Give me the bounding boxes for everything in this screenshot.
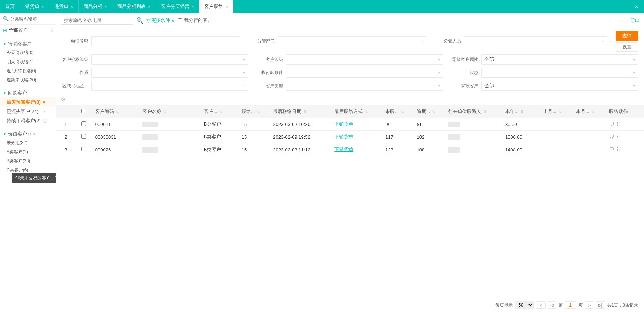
col-header-not-contact[interactable]: 未联... ⇅ bbox=[382, 105, 414, 118]
sidebar-group-repurchase[interactable]: ▼ 回购客户 bbox=[0, 88, 56, 97]
row-3-checkbox[interactable] bbox=[75, 143, 92, 156]
row-3-check[interactable] bbox=[81, 147, 86, 151]
col-contact-label: 联络... bbox=[242, 109, 255, 114]
row-1-message-icon[interactable]: 🗨 bbox=[609, 121, 614, 127]
col-header-type[interactable]: 客户... ⇅ bbox=[201, 105, 239, 118]
row-2-checkbox[interactable] bbox=[75, 131, 92, 143]
sidebar-item-class-b[interactable]: B类客户(33) bbox=[0, 157, 56, 166]
query-button[interactable]: 查询 bbox=[616, 31, 638, 41]
sidebar-item-churn-warning[interactable]: 流失预警客户(3) ● bbox=[0, 97, 56, 107]
tab-customer-contact-close[interactable]: × bbox=[225, 4, 228, 9]
sidebar-search-input[interactable] bbox=[10, 16, 53, 21]
tab-bar-close[interactable]: × bbox=[629, 3, 644, 10]
more-conditions-button[interactable]: ▽ 更多条件 ∧ bbox=[146, 17, 175, 24]
tab-customer-contact[interactable]: 客户联络 × bbox=[199, 0, 233, 13]
table-container[interactable]: 客户编码 ⇅ 客户名称 ⇅ 客户... ⇅ 联络... bbox=[56, 105, 644, 298]
tab-purchase-close[interactable]: × bbox=[71, 4, 73, 9]
col-header-contact[interactable]: 联络... ⇅ bbox=[239, 105, 270, 118]
tab-product-list[interactable]: 商品分析列表 × bbox=[112, 0, 156, 13]
dept-select[interactable]: ▾ bbox=[278, 36, 426, 46]
row-1-check[interactable] bbox=[81, 121, 86, 126]
info-icon-value[interactable]: ↺ bbox=[28, 132, 31, 137]
zero-retail-select[interactable]: 全部 ▾ bbox=[481, 81, 638, 91]
first-page-btn[interactable]: |◁ bbox=[536, 301, 545, 309]
col-header-code[interactable]: 客户编码 ⇅ bbox=[92, 105, 140, 118]
per-page-select[interactable]: 50 100 200 bbox=[515, 301, 534, 309]
col-header-name[interactable]: 客户名称 ⇅ bbox=[140, 105, 201, 118]
page-input[interactable] bbox=[565, 301, 576, 309]
export-button[interactable]: ↑ 导出 bbox=[627, 17, 640, 24]
nature-select[interactable]: ▾ bbox=[91, 68, 248, 78]
prev-page-btn[interactable]: ◁ bbox=[548, 301, 556, 309]
zero-retail-attr-value: 全部 bbox=[484, 56, 494, 63]
customer-type-select[interactable]: ▾ bbox=[286, 81, 443, 91]
payment-select[interactable]: ▾ bbox=[286, 68, 443, 78]
sidebar-item-today[interactable]: 今天待联络(0) bbox=[0, 48, 56, 57]
col-header-overdue[interactable]: 逾期... ⇅ bbox=[414, 105, 445, 118]
col-header-this-month[interactable]: 本月... ⇅ bbox=[573, 105, 606, 118]
sidebar-all-customers[interactable]: ⊞ 全部客户 《 bbox=[0, 25, 56, 36]
row-2-message-icon[interactable]: 🗨 bbox=[609, 134, 614, 140]
phone-input[interactable] bbox=[91, 36, 240, 46]
col-header-unit-contact[interactable]: 往来单位联系人 ⇅ bbox=[445, 105, 502, 118]
row-1-last-method[interactable]: 下销货单 bbox=[331, 118, 382, 131]
row-3-message-icon[interactable]: 🗨 bbox=[609, 147, 614, 153]
more-conditions-label: 更多条件 bbox=[151, 17, 170, 24]
row-3-last-method[interactable]: 下销货单 bbox=[331, 143, 382, 156]
tab-sales[interactable]: 销货单 × bbox=[20, 0, 49, 13]
manager-select[interactable]: ▾ bbox=[464, 36, 607, 46]
row-2-contact: 15 bbox=[239, 131, 270, 143]
row-2-last-method[interactable]: 下销货单 bbox=[331, 131, 382, 143]
tab-home[interactable]: 首页 bbox=[0, 0, 20, 13]
sidebar-group-value[interactable]: ▼ 价值客户 ↺ ✎ bbox=[0, 129, 56, 138]
gear-icon[interactable]: ⚙ bbox=[61, 96, 65, 103]
my-customers-filter[interactable]: 我分管的客户 bbox=[178, 17, 212, 24]
next-page-btn[interactable]: ▷ bbox=[585, 301, 593, 309]
sidebar-item-tomorrow[interactable]: 明天待联络(1) bbox=[0, 57, 56, 66]
col-header-last-method[interactable]: 最后联络方式 ⇅ bbox=[331, 105, 382, 118]
sidebar-item-overdue[interactable]: 逾期未联络(30) bbox=[0, 76, 56, 85]
sidebar-item-7days[interactable]: 近7天待联络(0) bbox=[0, 66, 56, 76]
sidebar-item-class-a[interactable]: A类客户(1) bbox=[0, 147, 56, 157]
row-1-more-icon[interactable]: ⠿ bbox=[616, 121, 620, 127]
tab-purchase[interactable]: 进货单 × bbox=[49, 0, 78, 13]
customer-level-select[interactable]: ▾ bbox=[286, 54, 443, 65]
tab-product-analysis[interactable]: 商品分析 × bbox=[79, 0, 112, 13]
sidebar-group-pending[interactable]: ▼ 待联络客户 bbox=[0, 39, 56, 48]
row-2-method-link[interactable]: 下销货单 bbox=[334, 134, 353, 139]
last-page-btn[interactable]: ▷| bbox=[596, 301, 605, 309]
row-1-method-link[interactable]: 下销货单 bbox=[334, 121, 353, 127]
row-2-more-icon[interactable]: ⠿ bbox=[616, 134, 620, 140]
zero-retail-attr-select[interactable]: 全部 ▾ bbox=[481, 54, 638, 65]
sidebar-item-ungrouped[interactable]: 未分组(32) bbox=[0, 138, 56, 147]
manager-ellipsis[interactable]: ··· bbox=[608, 39, 613, 44]
edit-icon-value[interactable]: ✎ bbox=[32, 132, 36, 137]
col-header-last-month[interactable]: 上月... ⇅ bbox=[540, 105, 573, 118]
row-2-check[interactable] bbox=[81, 134, 86, 139]
price-level-select[interactable]: ▾ bbox=[91, 54, 248, 65]
info-icon-churned[interactable]: ⓘ bbox=[41, 109, 45, 114]
status-select[interactable]: ▾ bbox=[481, 68, 638, 78]
sidebar-item-churned[interactable]: 已流失客户(24) ⓘ bbox=[0, 107, 56, 116]
row-1-checkbox[interactable] bbox=[75, 118, 92, 131]
tab-customer-mgmt-close[interactable]: × bbox=[192, 4, 194, 9]
setting-button[interactable]: 设置 bbox=[616, 42, 638, 52]
row-3-method-link[interactable]: 下销货单 bbox=[334, 147, 353, 152]
row-3-unit-contact bbox=[445, 143, 502, 156]
col-header-last-date[interactable]: 最后联络日期 ⇅ bbox=[270, 105, 331, 118]
select-all-checkbox[interactable] bbox=[81, 109, 86, 113]
search-button[interactable]: 🔍 bbox=[136, 17, 144, 24]
search-input[interactable] bbox=[61, 16, 133, 25]
info-icon-declining[interactable]: ⓘ bbox=[43, 119, 47, 123]
col-header-this-year[interactable]: 本年... ⇅ bbox=[502, 105, 540, 118]
col-header-checkbox[interactable] bbox=[75, 105, 92, 118]
tab-product-list-close[interactable]: × bbox=[148, 4, 150, 9]
row-3-more-icon[interactable]: ⠿ bbox=[616, 147, 620, 153]
region-select[interactable]: ··· bbox=[91, 81, 248, 91]
tab-product-analysis-close[interactable]: × bbox=[105, 4, 107, 9]
sidebar-item-declining[interactable]: 持续下滑客户(2) ⓘ bbox=[0, 116, 56, 126]
tab-sales-close[interactable]: × bbox=[41, 4, 44, 9]
region-ellipsis[interactable]: ··· bbox=[241, 83, 245, 89]
my-customers-checkbox[interactable] bbox=[178, 18, 182, 23]
tab-customer-mgmt[interactable]: 客户分层经营 × bbox=[156, 0, 199, 13]
